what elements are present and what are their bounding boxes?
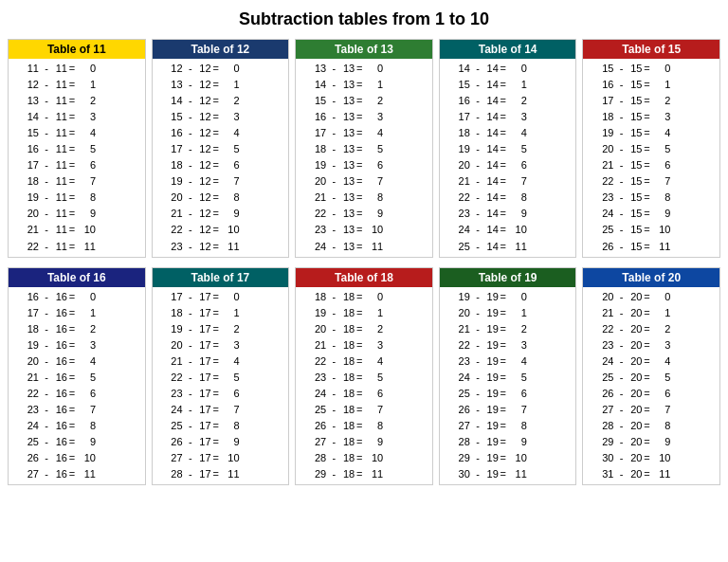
minus: -	[613, 402, 623, 418]
result: 6	[221, 157, 240, 173]
minus: -	[613, 206, 623, 222]
num-a: 22	[587, 321, 613, 337]
eq: =	[67, 206, 77, 222]
table-row: 25 -15 =10	[587, 222, 716, 238]
result: 7	[221, 173, 240, 190]
eq: =	[355, 157, 364, 173]
num-a: 27	[156, 450, 183, 466]
minus: -	[613, 354, 623, 370]
table-row: 21 -11 =10	[12, 222, 141, 238]
eq: =	[355, 337, 364, 354]
table-row: 18 -16 =2	[12, 321, 141, 337]
result: 1	[651, 77, 670, 93]
num-a: 23	[12, 402, 39, 418]
minus: -	[326, 109, 336, 125]
num-b: 12	[192, 157, 211, 173]
num-b: 11	[48, 157, 67, 173]
minus: -	[613, 61, 623, 77]
num-b: 13	[336, 157, 355, 173]
table-row: 24 -13 =11	[300, 239, 428, 255]
minus: -	[183, 61, 192, 77]
num-a: 23	[156, 386, 183, 402]
table-body-t20: 20 -20 =021 -20 =122 -20 =223 -20 =324 -…	[583, 287, 719, 485]
table-row: 21 -15 =6	[587, 157, 716, 173]
minus: -	[470, 337, 480, 354]
eq: =	[355, 305, 364, 321]
num-a: 17	[12, 305, 39, 321]
minus: -	[613, 93, 623, 109]
result: 3	[651, 109, 670, 125]
table-row: 18 -15 =3	[587, 109, 716, 125]
result: 5	[364, 370, 383, 386]
result: 1	[364, 77, 383, 93]
eq: =	[211, 402, 221, 418]
num-a: 18	[12, 173, 39, 190]
num-a: 27	[12, 466, 39, 482]
minus: -	[326, 386, 336, 402]
table-row: 18 -18 =0	[300, 289, 428, 305]
result: 10	[221, 450, 240, 466]
num-b: 11	[48, 173, 67, 190]
result: 9	[77, 434, 96, 450]
num-b: 12	[192, 61, 211, 77]
table-row: 25 -18 =7	[300, 402, 428, 418]
eq: =	[211, 61, 221, 77]
result: 3	[508, 337, 527, 354]
table-body-t11: 11 -11 =012 -11 =113 -11 =214 -11 =315 -…	[9, 59, 145, 257]
minus: -	[470, 173, 480, 190]
num-b: 13	[336, 61, 355, 77]
eq: =	[67, 402, 77, 418]
result: 7	[508, 402, 527, 418]
table-row: 22 -15 =7	[587, 173, 716, 190]
eq: =	[499, 466, 508, 482]
minus: -	[326, 206, 336, 222]
table-row: 21 -16 =5	[12, 370, 141, 386]
table-row: 27 -17 =10	[156, 450, 285, 466]
num-a: 22	[156, 370, 183, 386]
table-row: 22 -16 =6	[12, 386, 141, 402]
eq: =	[67, 173, 77, 190]
num-b: 20	[623, 434, 642, 450]
result: 0	[651, 289, 670, 305]
result: 7	[77, 402, 96, 418]
eq: =	[499, 305, 508, 321]
num-a: 25	[587, 222, 613, 238]
table-row: 25 -16 =9	[12, 434, 141, 450]
eq: =	[642, 434, 651, 450]
result: 5	[364, 141, 383, 157]
num-b: 12	[192, 222, 211, 238]
num-b: 12	[192, 206, 211, 222]
eq: =	[499, 109, 508, 125]
table-row: 30 -19 =11	[444, 466, 573, 482]
num-a: 21	[300, 190, 326, 206]
eq: =	[355, 93, 364, 109]
minus: -	[183, 289, 192, 305]
result: 8	[651, 190, 670, 206]
eq: =	[642, 370, 651, 386]
num-b: 20	[623, 337, 642, 354]
page-title: Subtraction tables from 1 to 10	[8, 9, 720, 29]
num-b: 18	[336, 337, 355, 354]
table-row: 25 -19 =6	[444, 386, 573, 402]
table-t20: Table of 2020 -20 =021 -20 =122 -20 =223…	[582, 267, 720, 486]
minus: -	[470, 370, 480, 386]
eq: =	[211, 386, 221, 402]
num-a: 20	[444, 157, 470, 173]
table-row: 18 -17 =1	[156, 305, 285, 321]
table-header-t18: Table of 18	[296, 268, 432, 287]
num-b: 17	[192, 354, 211, 370]
minus: -	[470, 305, 480, 321]
result: 2	[221, 321, 240, 337]
minus: -	[613, 450, 623, 466]
num-b: 20	[623, 354, 642, 370]
num-b: 18	[336, 418, 355, 434]
num-a: 17	[444, 109, 470, 125]
num-a: 12	[12, 77, 39, 93]
num-a: 20	[12, 206, 39, 222]
table-row: 20 -11 =9	[12, 206, 141, 222]
table-row: 23 -16 =7	[12, 402, 141, 418]
result: 7	[77, 173, 96, 190]
table-header-t14: Table of 14	[440, 40, 576, 59]
num-a: 21	[444, 321, 470, 337]
num-b: 14	[480, 157, 499, 173]
